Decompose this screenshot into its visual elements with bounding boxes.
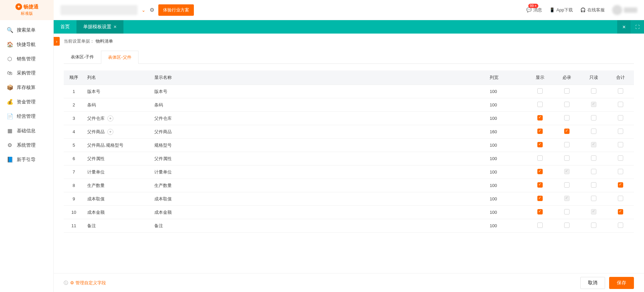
table-row: 8生产数量生产数量100 <box>64 179 634 192</box>
column-width[interactable]: 100 <box>486 219 527 233</box>
checkbox[interactable] <box>537 102 543 107</box>
checkbox[interactable] <box>618 223 623 228</box>
brand-edition: 标准版 <box>21 11 33 16</box>
checkbox[interactable] <box>564 155 570 161</box>
checkbox[interactable] <box>537 88 543 94</box>
checkbox[interactable] <box>618 88 623 94</box>
close-icon[interactable]: ✕ <box>113 25 117 29</box>
checkbox[interactable] <box>618 169 623 174</box>
column-name: 父件商品 <box>87 129 105 135</box>
add-icon[interactable]: + <box>107 129 113 135</box>
display-name[interactable]: 备注 <box>151 219 486 233</box>
checkbox[interactable] <box>591 115 596 120</box>
add-icon[interactable]: + <box>107 115 113 121</box>
checkbox[interactable] <box>564 223 570 228</box>
checkbox[interactable] <box>618 115 623 120</box>
display-name[interactable]: 生产数量 <box>151 179 486 192</box>
display-name[interactable]: 父件仓库 <box>151 112 486 125</box>
app-download-link[interactable]: 📱 App下载 <box>549 7 573 13</box>
checkbox[interactable] <box>564 88 570 94</box>
checkbox[interactable] <box>618 182 623 188</box>
column-width[interactable]: 100 <box>486 152 527 165</box>
sidebar-item-2[interactable]: ⬡销售管理 <box>0 52 53 66</box>
checkbox[interactable] <box>591 169 596 174</box>
gear-icon[interactable]: ⚙ <box>150 7 154 13</box>
checkbox[interactable] <box>537 129 543 134</box>
checkbox[interactable] <box>618 142 623 147</box>
checkbox[interactable] <box>564 115 570 120</box>
column-width[interactable]: 100 <box>486 179 527 192</box>
sidebar-item-3[interactable]: 🛍采购管理 <box>0 66 53 80</box>
checkbox[interactable] <box>537 155 543 161</box>
column-width[interactable]: 100 <box>486 165 527 179</box>
display-name[interactable]: 成本金额 <box>151 206 486 219</box>
sidebar-item-6[interactable]: 📄经营管理 <box>0 109 53 124</box>
sidebar-item-7[interactable]: ▦基础信息 <box>0 124 53 138</box>
sidebar-item-9[interactable]: 📘新手引导 <box>0 152 53 167</box>
checkbox[interactable] <box>537 115 543 120</box>
checkbox[interactable] <box>618 129 623 134</box>
cancel-button[interactable]: 取消 <box>580 277 605 289</box>
sidebar-item-1[interactable]: 🏠快捷导航 <box>0 37 53 52</box>
save-button[interactable]: 保存 <box>609 277 634 289</box>
checkbox[interactable] <box>537 169 543 174</box>
column-width[interactable]: 100 <box>486 85 527 98</box>
expand-panel-button[interactable]: › <box>54 37 60 46</box>
table-row: 1版本号版本号100 <box>64 85 634 98</box>
column-width[interactable]: 100 <box>486 192 527 206</box>
column-width[interactable]: 100 <box>486 112 527 125</box>
column-width[interactable]: 100 <box>486 139 527 152</box>
checkbox[interactable] <box>591 129 596 134</box>
column-width[interactable]: 100 <box>486 98 527 112</box>
display-name[interactable]: 父件商品 <box>151 125 486 139</box>
column-width[interactable]: 160 <box>486 125 527 139</box>
manage-custom-fields-link[interactable]: ⚙ 管理自定义字段 <box>70 280 106 286</box>
checkbox[interactable] <box>591 88 596 94</box>
checkbox[interactable] <box>618 155 623 161</box>
checkbox[interactable] <box>537 223 543 228</box>
column-width[interactable]: 100 <box>486 206 527 219</box>
display-name[interactable]: 成本取值 <box>151 192 486 206</box>
checkbox[interactable] <box>591 223 596 228</box>
display-name[interactable]: 规格型号 <box>151 139 486 152</box>
checkbox[interactable] <box>618 102 623 107</box>
display-name[interactable]: 父件属性 <box>151 152 486 165</box>
display-name[interactable]: 条码 <box>151 98 486 112</box>
sidebar-item-5[interactable]: 💰资金管理 <box>0 95 53 109</box>
checkbox[interactable] <box>564 209 570 214</box>
help-icon[interactable]: ⓘ <box>64 280 68 286</box>
tab-close-all[interactable]: ✕ <box>617 20 631 34</box>
tab-template-settings[interactable]: 单据模板设置 ✕ <box>76 20 123 34</box>
customer-service-link[interactable]: 🎧 在线客服 <box>580 7 605 13</box>
checkbox[interactable] <box>537 196 543 201</box>
user-menu[interactable] <box>612 5 637 15</box>
sidebar-item-8[interactable]: ⚙系统管理 <box>0 138 53 152</box>
checkbox[interactable] <box>537 209 543 214</box>
checkbox[interactable] <box>591 155 596 161</box>
checkbox[interactable] <box>591 196 596 201</box>
checkbox[interactable] <box>591 182 596 188</box>
display-name[interactable]: 计量单位 <box>151 165 486 179</box>
checkbox[interactable] <box>564 142 570 147</box>
sidebar-item-0[interactable]: 🔍搜索菜单 <box>0 23 53 37</box>
fullscreen-icon[interactable]: ⛶ <box>631 20 644 34</box>
sidebar-item-label: 搜索菜单 <box>17 27 36 33</box>
subtab-parent[interactable]: 表体区-父件 <box>101 51 138 64</box>
subtab-child[interactable]: 表体区-子件 <box>64 50 101 63</box>
checkbox[interactable] <box>564 129 570 134</box>
checkbox[interactable] <box>564 182 570 188</box>
checkbox[interactable] <box>618 209 623 214</box>
checkbox[interactable] <box>564 102 570 107</box>
column-name: 备注 <box>87 223 96 229</box>
messages-link[interactable]: 99 + 💬 消息 <box>526 7 542 13</box>
org-selector[interactable] <box>60 5 138 15</box>
table-row: 3父件仓库+父件仓库100 <box>64 112 634 125</box>
checkbox[interactable] <box>537 142 543 147</box>
sidebar-item-4[interactable]: 📦库存核算 <box>0 80 53 95</box>
tab-home[interactable]: 首页 <box>54 20 76 34</box>
experience-button[interactable]: 体验行业方案 <box>158 4 194 16</box>
checkbox[interactable] <box>618 196 623 201</box>
chevron-down-icon[interactable]: ⌄ <box>142 7 146 13</box>
display-name[interactable]: 版本号 <box>151 85 486 98</box>
checkbox[interactable] <box>537 182 543 188</box>
